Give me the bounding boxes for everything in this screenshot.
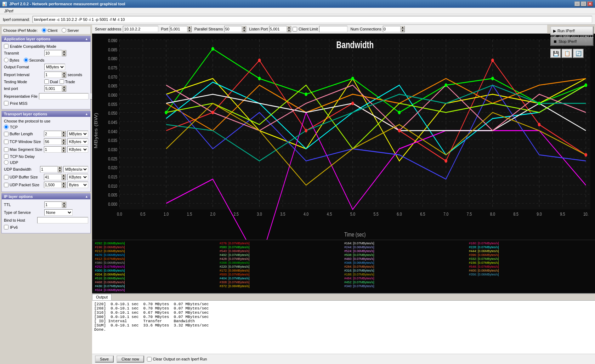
clear-on-run-checkbox[interactable] — [147, 357, 152, 362]
output-tab[interactable]: Output — [92, 294, 112, 300]
dual-checkbox[interactable] — [44, 79, 49, 84]
ipv6-checkbox[interactable] — [4, 225, 8, 229]
udp-packet-unit-select[interactable]: BytesKBytes — [67, 182, 88, 188]
save-icon-button[interactable]: 💾 — [550, 49, 561, 58]
udp-packet-down[interactable]: ▼ — [62, 185, 66, 188]
test-port-input[interactable] — [44, 85, 62, 92]
menu-item-jperf[interactable]: JPerf — [1, 8, 16, 14]
clear-output-button[interactable]: Clear now — [117, 356, 144, 363]
run-iperf-button[interactable]: ▶ Run IPerf! — [550, 26, 594, 35]
trade-option[interactable]: Trade — [60, 79, 75, 84]
report-down-arrow[interactable]: ▼ — [62, 75, 66, 78]
listen-port-up[interactable]: ▲ — [287, 26, 291, 29]
maximize-button[interactable]: □ — [581, 1, 586, 6]
udp-packet-input[interactable] — [44, 182, 62, 188]
tcp-window-down[interactable]: ▼ — [62, 142, 66, 145]
client-mode-option[interactable]: Client — [42, 28, 57, 33]
test-port-down[interactable]: ▼ — [62, 89, 66, 92]
buffer-up[interactable]: ▲ — [62, 131, 66, 134]
app-layer-collapse-icon[interactable]: ▲ — [85, 37, 88, 41]
udp-bw-up[interactable]: ▲ — [58, 166, 62, 169]
minimize-button[interactable]: ─ — [574, 1, 580, 6]
max-seg-unit-select[interactable]: KBytesMBytesBytes — [67, 146, 88, 153]
udp-bw-input[interactable] — [40, 166, 58, 172]
test-port-up[interactable]: ▲ — [62, 85, 66, 89]
no-delay-checkbox[interactable] — [4, 154, 8, 159]
max-seg-checkbox[interactable] — [4, 147, 8, 152]
udp-buffer-checkbox[interactable] — [4, 175, 8, 180]
ttl-input[interactable] — [44, 201, 62, 208]
udp-bw-unit-select[interactable]: MBytes/secKBytes/sec — [63, 166, 88, 172]
transmit-input[interactable] — [44, 50, 62, 56]
server-mode-option[interactable]: Server — [62, 28, 79, 33]
ttl-down[interactable]: ▼ — [62, 205, 66, 208]
ttl-up[interactable]: ▲ — [62, 201, 66, 205]
ip-layer-collapse-icon[interactable]: ▲ — [85, 195, 88, 198]
udp-packet-checkbox[interactable] — [4, 183, 8, 187]
parallel-input[interactable] — [224, 26, 242, 32]
client-limit-input[interactable] — [319, 26, 347, 32]
tcp-window-unit-select[interactable]: KBytesMBytesBytes — [67, 138, 88, 145]
output-format-select[interactable]: MBytes Bytes KBytes GBytes Mbits — [44, 64, 65, 70]
client-radio[interactable] — [42, 28, 46, 33]
tcp-window-checkbox[interactable] — [4, 140, 8, 144]
seconds-radio[interactable] — [24, 58, 28, 62]
compat-mode-checkbox[interactable] — [4, 44, 8, 49]
report-interval-input[interactable] — [44, 72, 62, 78]
port-input[interactable] — [170, 26, 187, 32]
num-connections-down[interactable]: ▼ — [401, 29, 405, 32]
udp-packet-up[interactable]: ▲ — [62, 182, 66, 185]
bytes-radio[interactable] — [4, 58, 8, 62]
tcp-radio[interactable] — [4, 125, 8, 129]
max-seg-input[interactable] — [44, 146, 62, 153]
udp-radio[interactable] — [4, 160, 8, 165]
parallel-up[interactable]: ▲ — [242, 26, 246, 29]
udp-buffer-unit-select[interactable]: KBytesMBytesBytes — [67, 174, 88, 180]
udp-buffer-up[interactable]: ▲ — [62, 174, 66, 177]
tos-select[interactable]: None — [44, 209, 73, 216]
max-seg-down[interactable]: ▼ — [62, 149, 66, 153]
copy-icon-button[interactable]: 📋 — [562, 49, 572, 58]
seconds-option[interactable]: Seconds — [24, 58, 45, 62]
bytes-option[interactable]: Bytes — [4, 58, 19, 62]
udp-bw-down[interactable]: ▼ — [58, 169, 62, 172]
port-down[interactable]: ▼ — [187, 29, 192, 32]
transport-collapse-icon[interactable]: ▲ — [85, 112, 88, 116]
iperf-command-input[interactable] — [33, 16, 592, 23]
transport-layer-header[interactable]: Transport layer options ▲ — [2, 111, 90, 117]
svg-point-82 — [165, 110, 168, 114]
listen-port-down[interactable]: ▼ — [287, 29, 291, 32]
max-seg-up[interactable]: ▲ — [62, 146, 66, 149]
tcp-window-input[interactable] — [44, 138, 62, 145]
buffer-down[interactable]: ▼ — [62, 134, 66, 137]
print-mss-checkbox[interactable] — [4, 101, 8, 106]
client-limit-checkbox[interactable] — [293, 27, 297, 32]
clear-on-run-label[interactable]: Clear Output on each Iperf Run — [147, 357, 207, 362]
buffer-length-input[interactable] — [44, 131, 62, 137]
udp-buffer-input[interactable] — [44, 174, 62, 180]
port-up[interactable]: ▲ — [187, 26, 192, 29]
save-output-button[interactable]: Save — [95, 356, 114, 363]
close-button[interactable]: ✕ — [587, 1, 593, 6]
server-address-input[interactable] — [123, 26, 158, 32]
dual-option[interactable]: Dual — [44, 79, 58, 84]
num-connections-input[interactable] — [383, 26, 401, 32]
stop-iperf-button[interactable]: ⏹ Stop IPerf! — [550, 37, 594, 46]
app-layer-header[interactable]: Application layer options ▲ — [2, 36, 90, 42]
buffer-length-checkbox[interactable] — [4, 132, 8, 136]
transmit-up-arrow[interactable]: ▲ — [62, 50, 66, 53]
num-connections-up[interactable]: ▲ — [401, 26, 405, 29]
trade-checkbox[interactable] — [60, 79, 64, 84]
udp-buffer-down[interactable]: ▼ — [62, 177, 66, 180]
rep-file-input[interactable] — [39, 93, 89, 99]
parallel-down[interactable]: ▼ — [242, 29, 246, 32]
refresh-icon-button[interactable]: 🔄 — [573, 49, 584, 58]
tcp-window-up[interactable]: ▲ — [62, 138, 66, 142]
ip-layer-header[interactable]: IP layer options ▲ — [2, 194, 90, 199]
listen-port-input[interactable] — [269, 26, 287, 32]
report-up-arrow[interactable]: ▲ — [62, 72, 66, 75]
transmit-down-arrow[interactable]: ▼ — [62, 53, 66, 56]
server-radio[interactable] — [62, 28, 66, 33]
bind-input[interactable] — [37, 217, 88, 223]
buffer-unit-select[interactable]: MBytesKBytesBytes — [67, 131, 88, 137]
